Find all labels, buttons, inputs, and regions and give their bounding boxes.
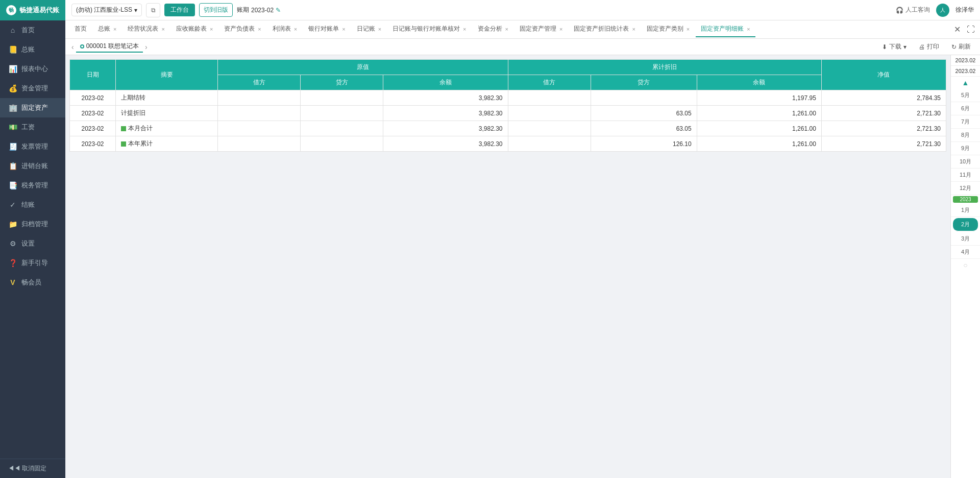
- download-button[interactable]: ⬇ 下载 ▾: [879, 41, 910, 53]
- period-month-2-active[interactable]: 2月: [953, 218, 978, 231]
- sidebar-item-home[interactable]: ⌂ 首页: [0, 20, 65, 40]
- cell-acc-credit-2: 63.05: [591, 121, 697, 136]
- tab-balance-sheet[interactable]: 资产负债表 ×: [219, 21, 266, 37]
- tab-journal-close[interactable]: ×: [378, 26, 381, 32]
- tab-asset-mgmt[interactable]: 固定资产管理 ×: [514, 21, 568, 37]
- sub-nav-left-arrow[interactable]: ‹: [71, 43, 74, 51]
- tab-management-close[interactable]: ×: [161, 26, 164, 32]
- tab-receivable[interactable]: 应收账龄表 ×: [171, 21, 218, 37]
- tab-fund-analysis[interactable]: 资金分析 ×: [473, 21, 513, 37]
- tab-bank-label: 银行对账单: [308, 25, 339, 33]
- sidebar-item-archive[interactable]: 📁 归档管理: [0, 214, 65, 234]
- tab-asset-cat-close[interactable]: ×: [687, 26, 690, 32]
- tab-ledger[interactable]: 总账 ×: [93, 21, 121, 37]
- tab-balance-close[interactable]: ×: [258, 26, 261, 32]
- period-month-10[interactable]: 10月: [951, 155, 980, 169]
- tab-fund-close[interactable]: ×: [505, 26, 508, 32]
- period-month-6[interactable]: 6月: [951, 102, 980, 115]
- th-orig-credit: 贷方: [301, 75, 383, 90]
- period-edit-icon[interactable]: ✎: [276, 7, 281, 14]
- workbench-button[interactable]: 工作台: [164, 4, 195, 16]
- copy-company-button[interactable]: ⧉: [146, 3, 160, 17]
- sidebar-label-funds: 资金管理: [21, 84, 48, 93]
- sidebar-item-invoice[interactable]: 🧾 发票管理: [0, 137, 65, 156]
- sidebar-item-settings[interactable]: ⚙ 设置: [0, 234, 65, 253]
- tab-asset-category[interactable]: 固定资产类别 ×: [642, 21, 695, 37]
- period-month-1[interactable]: 1月: [951, 204, 980, 217]
- tab-asset-detail[interactable]: 固定资产明细账 ×: [696, 21, 755, 37]
- unpin-button[interactable]: ◀◀ 取消固定: [0, 459, 65, 478]
- tab-journal-bank-check[interactable]: 日记账与银行对账单核对 ×: [387, 21, 471, 37]
- sidebar-label-home: 首页: [21, 26, 35, 35]
- switch-old-button[interactable]: 切到旧版: [199, 3, 233, 17]
- period-scroll-down[interactable]: ○: [951, 259, 980, 271]
- switch-old-label: 切到旧版: [204, 6, 228, 13]
- sidebar-nav: ⌂ 首页 📒 总账 📊 报表中心 💰 资金管理 🏢 固定资产 💵 工资 🧾 发票…: [0, 20, 65, 459]
- sidebar-item-tax[interactable]: 📑 税务管理: [0, 176, 65, 195]
- company-selector[interactable]: (勿动) 江西服业-LSS ▾: [71, 4, 142, 16]
- tab-asset-detail-label: 固定资产明细账: [701, 25, 744, 33]
- period-month-11[interactable]: 11月: [951, 169, 980, 182]
- sidebar-item-guide[interactable]: ❓ 新手引导: [0, 253, 65, 273]
- cell-acc-debit-1: [508, 106, 591, 121]
- member-icon: V: [8, 278, 17, 287]
- period-month-8[interactable]: 8月: [951, 129, 980, 142]
- user-avatar: 人: [936, 4, 949, 17]
- tab-profit-close[interactable]: ×: [294, 26, 297, 32]
- sub-nav: ‹ 000001 联想笔记本 › ⬇ 下载 ▾ 🖨 打印 ↻ 刷新: [65, 39, 980, 55]
- period-year-badge-2023: 2023: [953, 196, 978, 203]
- tab-ledger-close[interactable]: ×: [113, 26, 116, 32]
- tab-asset-detail-close[interactable]: ×: [747, 26, 750, 32]
- maximize-tabs-button[interactable]: ⛶: [966, 24, 976, 35]
- settle-icon: ✓: [8, 200, 17, 209]
- cell-orig-debit-2: [218, 121, 301, 136]
- sidebar-item-member[interactable]: V 畅会员: [0, 273, 65, 292]
- tab-management-status[interactable]: 经营状况表 ×: [122, 21, 169, 37]
- cell-orig-balance-1: 3,982.30: [383, 106, 508, 121]
- tab-bank-close[interactable]: ×: [342, 26, 345, 32]
- logo-text: 畅捷通易代账: [19, 6, 59, 15]
- tab-receivable-close[interactable]: ×: [210, 26, 213, 32]
- settings-icon: ⚙: [8, 239, 17, 248]
- username-label: 徐泽华: [955, 6, 974, 14]
- table-row: 2023-02 本月合计 3,982.30 63.05 1,261.00 2,7…: [70, 121, 946, 136]
- download-icon: ⬇: [882, 43, 887, 51]
- period-month-5[interactable]: 5月: [951, 89, 980, 102]
- close-all-tabs-button[interactable]: ✕: [953, 23, 962, 35]
- tab-asset-dep-close[interactable]: ×: [632, 26, 635, 32]
- period-month-12[interactable]: 12月: [951, 182, 980, 195]
- period-year-2023-top2: 2023.02: [951, 66, 980, 77]
- sidebar-item-funds[interactable]: 💰 资金管理: [0, 79, 65, 98]
- tab-asset-dep-stat[interactable]: 固定资产折旧统计表 ×: [569, 21, 640, 37]
- user-service-button[interactable]: 🎧 人工客询: [896, 6, 930, 14]
- copy-icon: ⧉: [151, 7, 156, 14]
- period-value: 2023-02: [251, 7, 274, 14]
- period-label: 账期: [237, 6, 249, 14]
- refresh-button[interactable]: ↻ 刷新: [948, 41, 974, 53]
- period-month-9[interactable]: 9月: [951, 142, 980, 155]
- tab-journal-bank-close[interactable]: ×: [463, 26, 466, 32]
- period-month-7[interactable]: 7月: [951, 115, 980, 129]
- tab-home[interactable]: 首页: [69, 21, 92, 37]
- sidebar-item-ledger[interactable]: 📒 总账: [0, 40, 65, 59]
- period-scroll-up[interactable]: ▲: [951, 77, 980, 89]
- tab-asset-mgmt-close[interactable]: ×: [559, 26, 562, 32]
- tab-bank-statement[interactable]: 银行对账单 ×: [303, 21, 350, 37]
- sub-nav-right-arrow[interactable]: ›: [145, 43, 148, 51]
- period-month-4[interactable]: 4月: [951, 246, 980, 259]
- tab-profit-label: 利润表: [273, 25, 291, 33]
- tab-profit[interactable]: 利润表 ×: [267, 21, 302, 37]
- sidebar-label-settings: 设置: [21, 239, 35, 248]
- sidebar-item-assets[interactable]: 🏢 固定资产: [0, 98, 65, 117]
- print-button[interactable]: 🖨 打印: [916, 41, 942, 53]
- tab-journal[interactable]: 日记账 ×: [352, 21, 386, 37]
- tab-journal-bank-label: 日记账与银行对账单核对: [393, 25, 460, 33]
- sidebar-item-sales[interactable]: 📋 进销台账: [0, 156, 65, 176]
- sidebar-item-salary[interactable]: 💵 工资: [0, 117, 65, 137]
- sidebar-item-reports[interactable]: 📊 报表中心: [0, 59, 65, 79]
- refresh-label: 刷新: [959, 42, 971, 51]
- cell-net-value-0: 2,784.35: [821, 90, 946, 106]
- period-month-3[interactable]: 3月: [951, 232, 980, 246]
- sub-nav-current-item[interactable]: 000001 联想笔记本: [76, 41, 143, 53]
- sidebar-item-settle[interactable]: ✓ 结账: [0, 195, 65, 214]
